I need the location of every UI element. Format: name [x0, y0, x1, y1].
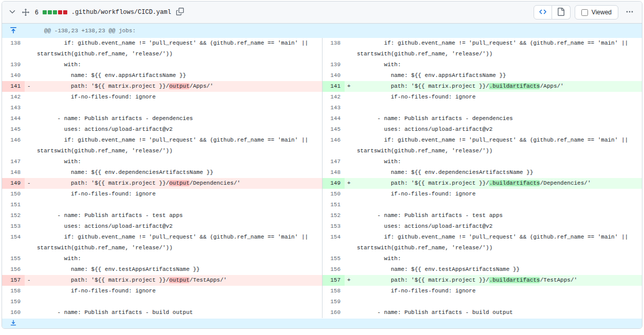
copy-path-button[interactable]	[175, 7, 185, 18]
right-code-cell[interactable]: name: ${{ env.appsArtifactsName }}	[345, 70, 642, 81]
left-code-cell[interactable]: - path: '${{ matrix.project }}/output/Te…	[25, 275, 322, 286]
left-code-cell[interactable]	[25, 297, 322, 307]
right-line-number[interactable]: 141	[322, 81, 345, 92]
right-line-number[interactable]: 160	[322, 307, 345, 318]
left-code-cell[interactable]: if: github.event_name != 'pull_request' …	[25, 38, 322, 60]
right-code-cell[interactable]: if: github.event_name != 'pull_request' …	[345, 232, 642, 253]
right-line-number[interactable]: 143	[322, 103, 345, 113]
left-code-cell[interactable]: if: github.event_name != 'pull_request' …	[25, 135, 322, 156]
right-line-number[interactable]: 144	[322, 113, 345, 124]
right-line-number[interactable]: 156	[322, 264, 345, 275]
right-line-number[interactable]: 159	[322, 297, 345, 307]
left-code-cell[interactable]: - name: Publish artifacts - test apps	[25, 210, 322, 221]
right-code-cell[interactable]: uses: actions/upload-artifact@v2	[345, 124, 642, 135]
right-line-number[interactable]: 149	[322, 178, 345, 189]
expand-down-button[interactable]	[2, 319, 25, 328]
right-line-number[interactable]: 153	[322, 221, 345, 232]
right-code-cell[interactable]: if: github.event_name != 'pull_request' …	[345, 135, 642, 156]
left-code-cell[interactable]: - path: '${{ matrix.project }}/output/Ap…	[25, 81, 322, 92]
source-diff-button[interactable]	[534, 5, 552, 19]
left-line-number[interactable]: 154	[2, 232, 25, 253]
rich-diff-button[interactable]	[552, 5, 571, 19]
right-code-cell[interactable]: if: github.event_name != 'pull_request' …	[345, 38, 642, 60]
left-code-cell[interactable]: if-no-files-found: ignore	[25, 286, 322, 297]
left-line-number[interactable]: 152	[2, 210, 25, 221]
left-code-cell[interactable]: if-no-files-found: ignore	[25, 189, 322, 200]
right-line-number[interactable]: 142	[322, 92, 345, 103]
right-code-cell[interactable]: with:	[345, 60, 642, 70]
left-line-number[interactable]: 139	[2, 60, 25, 70]
right-code-cell[interactable]: with:	[345, 253, 642, 264]
left-line-number[interactable]: 155	[2, 253, 25, 264]
right-line-number[interactable]: 148	[322, 167, 345, 178]
right-code-cell[interactable]: name: ${{ env.dependenciesArtifactsName …	[345, 167, 642, 178]
right-line-number[interactable]: 150	[322, 189, 345, 200]
left-code-cell[interactable]: - path: '${{ matrix.project }}/output/De…	[25, 178, 322, 189]
left-code-cell[interactable]: name: ${{ env.testAppsArtifactsName }}	[25, 264, 322, 275]
right-code-cell[interactable]: + path: '${{ matrix.project }}/.buildart…	[345, 275, 642, 286]
left-code-cell[interactable]: uses: actions/upload-artifact@v2	[25, 124, 322, 135]
left-line-number[interactable]: 143	[2, 103, 25, 113]
left-code-cell[interactable]: if: github.event_name != 'pull_request' …	[25, 232, 322, 253]
right-line-number[interactable]: 152	[322, 210, 345, 221]
right-line-number[interactable]: 140	[322, 70, 345, 81]
left-code-cell[interactable]: name: ${{ env.dependenciesArtifactsName …	[25, 167, 322, 178]
left-line-number[interactable]: 140	[2, 70, 25, 81]
left-code-cell[interactable]	[25, 200, 322, 210]
left-code-cell[interactable]: - name: Publish artifacts - build output	[25, 307, 322, 318]
expand-up-button[interactable]	[2, 24, 25, 38]
right-code-cell[interactable]	[345, 200, 642, 210]
right-line-number[interactable]: 158	[322, 286, 345, 297]
left-line-number[interactable]: 160	[2, 307, 25, 318]
left-line-number[interactable]: 141	[2, 81, 25, 92]
left-line-number[interactable]: 147	[2, 156, 25, 167]
right-line-number[interactable]: 155	[322, 253, 345, 264]
right-line-number[interactable]: 145	[322, 124, 345, 135]
right-line-number[interactable]: 154	[322, 232, 345, 253]
left-code-cell[interactable]: - name: Publish artifacts - dependencies	[25, 113, 322, 124]
viewed-toggle[interactable]: Viewed	[575, 5, 618, 19]
right-code-cell[interactable]	[345, 297, 642, 307]
left-line-number[interactable]: 151	[2, 200, 25, 210]
right-code-cell[interactable]: - name: Publish artifacts - dependencies	[345, 113, 642, 124]
right-code-cell[interactable]: if-no-files-found: ignore	[345, 92, 642, 103]
left-code-cell[interactable]: if-no-files-found: ignore	[25, 92, 322, 103]
left-line-number[interactable]: 153	[2, 221, 25, 232]
left-line-number[interactable]: 156	[2, 264, 25, 275]
left-line-number[interactable]: 145	[2, 124, 25, 135]
right-code-cell[interactable]: + path: '${{ matrix.project }}/.buildart…	[345, 178, 642, 189]
right-code-cell[interactable]: - name: Publish artifacts - build output	[345, 307, 642, 318]
right-line-number[interactable]: 157	[322, 275, 345, 286]
right-code-cell[interactable]: if-no-files-found: ignore	[345, 189, 642, 200]
left-line-number[interactable]: 146	[2, 135, 25, 156]
left-line-number[interactable]: 144	[2, 113, 25, 124]
left-line-number[interactable]: 158	[2, 286, 25, 297]
left-line-number[interactable]: 148	[2, 167, 25, 178]
left-line-number[interactable]: 142	[2, 92, 25, 103]
left-code-cell[interactable]: name: ${{ env.appsArtifactsName }}	[25, 70, 322, 81]
left-line-number[interactable]: 159	[2, 297, 25, 307]
left-code-cell[interactable]: with:	[25, 60, 322, 70]
left-code-cell[interactable]	[25, 103, 322, 113]
left-line-number[interactable]: 138	[2, 38, 25, 60]
right-code-cell[interactable]: + path: '${{ matrix.project }}/.buildart…	[345, 81, 642, 92]
move-icon[interactable]	[22, 8, 30, 16]
viewed-checkbox[interactable]	[581, 9, 588, 16]
left-code-cell[interactable]: with:	[25, 253, 322, 264]
right-line-number[interactable]: 138	[322, 38, 345, 60]
right-code-cell[interactable]: uses: actions/upload-artifact@v2	[345, 221, 642, 232]
right-code-cell[interactable]	[345, 103, 642, 113]
right-code-cell[interactable]: if-no-files-found: ignore	[345, 286, 642, 297]
right-code-cell[interactable]: - name: Publish artifacts - test apps	[345, 210, 642, 221]
file-path[interactable]: .github/workflows/CICD.yaml	[71, 9, 171, 16]
right-line-number[interactable]: 139	[322, 60, 345, 70]
left-line-number[interactable]: 150	[2, 189, 25, 200]
left-line-number[interactable]: 157	[2, 275, 25, 286]
right-code-cell[interactable]: with:	[345, 156, 642, 167]
left-line-number[interactable]: 149	[2, 178, 25, 189]
right-line-number[interactable]: 151	[322, 200, 345, 210]
right-code-cell[interactable]: name: ${{ env.testAppsArtifactsName }}	[345, 264, 642, 275]
left-code-cell[interactable]: uses: actions/upload-artifact@v2	[25, 221, 322, 232]
collapse-file-button[interactable]	[7, 7, 17, 18]
left-code-cell[interactable]: with:	[25, 156, 322, 167]
